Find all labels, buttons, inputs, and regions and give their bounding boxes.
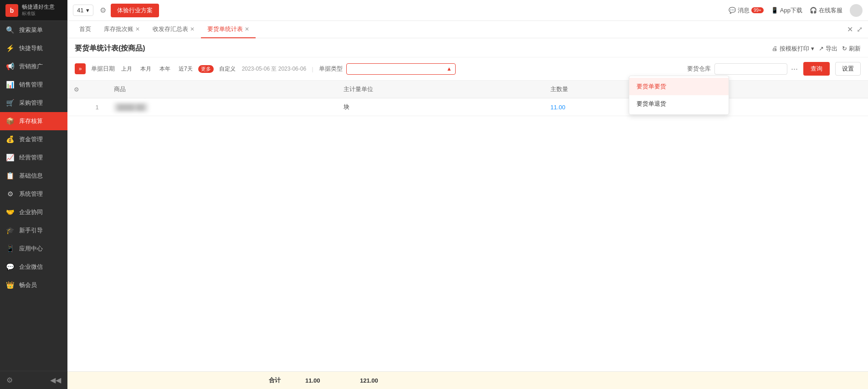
tab-order-stats[interactable]: 要货单统计表 ✕ [201, 21, 256, 38]
message-badge: 99+ [751, 7, 764, 13]
tab-inventory-batch[interactable]: 库存批次账 ✕ [98, 21, 146, 38]
table-body: 1 ████ ██ 块 11.00 121.00 [67, 98, 868, 116]
close-tab-inventory-batch[interactable]: ✕ [135, 26, 140, 32]
sidebar-item-marketing[interactable]: 📢 营销推广 [0, 57, 67, 76]
app-logo-icon: b [5, 4, 18, 17]
basic-icon: 📋 [5, 172, 15, 180]
message-item[interactable]: 💬 消息 99+ [729, 6, 764, 15]
col-unit: 主计量单位 [338, 81, 545, 98]
purchase-icon: 🛒 [5, 99, 15, 107]
inventory-icon: 📦 [5, 117, 15, 125]
filter-expand-btn[interactable]: » [75, 63, 86, 74]
table-head: ⚙ 商品 主计量单位 主数量 零售金额 [67, 81, 868, 98]
settings-icon[interactable]: ⚙ [6, 376, 13, 384]
col-settings[interactable]: ⚙ [67, 81, 86, 98]
row-unit: 块 [338, 98, 545, 116]
type-select-input[interactable] [346, 63, 456, 75]
app-download-icon: 📱 [771, 7, 778, 14]
footer-quantity-total: 11.00 [305, 377, 360, 384]
page-header: 要货单统计表(按商品) 🖨 按模板打印 ▾ ↗ 导出 ↻ 刷新 [67, 38, 868, 57]
shortcut-last-month[interactable]: 上月 [118, 64, 135, 74]
company-num: 41 [77, 7, 83, 14]
tab-close-all-icon[interactable]: ✕ [847, 25, 853, 34]
shortcut-this-month[interactable]: 本月 [138, 64, 154, 74]
shortcut-custom[interactable]: 自定义 [216, 64, 238, 74]
sidebar-item-vip[interactable]: 👑 畅会员 [0, 276, 67, 294]
sidebar-item-inventory[interactable]: 📦 库存核算 [0, 112, 67, 130]
shortcut-this-year[interactable]: 本年 [157, 64, 173, 74]
sidebar-item-sales[interactable]: 📊 销售管理 [0, 76, 67, 94]
wechat-icon: 💬 [5, 263, 15, 271]
sidebar-item-finance[interactable]: 💰 资金管理 [0, 130, 67, 148]
row-num: 1 [86, 98, 108, 116]
warehouse-input[interactable] [714, 63, 787, 75]
sidebar-logo: b 畅捷通好生意 标准版 [0, 0, 67, 21]
industry-button[interactable]: 体验行业方案 [111, 4, 159, 17]
enterprise-icon: 🤝 [5, 208, 15, 216]
tabs-right-actions: ✕ ⤢ [847, 25, 863, 34]
table-footer: 合计 11.00 121.00 [67, 371, 868, 389]
type-filter-section: 单据类型 ▲ 要货单要货 要货单退货 [319, 63, 456, 75]
app-center-icon: 📱 [5, 245, 15, 253]
sidebar-item-basic[interactable]: 📋 基础信息 [0, 167, 67, 185]
sidebar-item-operations[interactable]: 📈 经营管理 [0, 148, 67, 167]
filter-bar: » 单据日期 上月 本月 本年 近7天 更多 自定义 2023-05-06 至 … [67, 57, 868, 81]
sales-icon: 📊 [5, 81, 15, 89]
refresh-btn[interactable]: ↻ 刷新 [842, 45, 861, 53]
query-button[interactable]: 查询 [803, 62, 830, 76]
search-icon: 🔍 [5, 26, 15, 34]
shortcut-7days[interactable]: 近7天 [176, 64, 195, 74]
app-download-item[interactable]: 📱 App下载 [771, 6, 802, 15]
sidebar-bottom: ⚙ ◀◀ [0, 371, 67, 389]
sidebar-item-enterprise[interactable]: 🤝 企业协同 [0, 203, 67, 221]
col-goods: 商品 [108, 81, 338, 98]
message-icon: 💬 [729, 7, 736, 14]
sidebar-item-purchase[interactable]: 🛒 采购管理 [0, 94, 67, 112]
warehouse-filter-section: 要货仓库 ··· [687, 63, 798, 75]
online-service-item[interactable]: 🎧 在线客服 [810, 6, 842, 15]
date-range-text: 2023-05-06 至 2023-06-06 [242, 65, 306, 73]
close-tab-shipment-summary[interactable]: ✕ [190, 26, 195, 32]
close-tab-order-stats[interactable]: ✕ [245, 26, 249, 32]
date-label: 单据日期 [91, 65, 115, 73]
tab-expand-icon[interactable]: ⤢ [857, 25, 863, 34]
type-select-arrow-icon[interactable]: ▲ [447, 66, 452, 72]
sidebar-item-wechat[interactable]: 💬 企业微信 [0, 258, 67, 276]
print-icon: 🖨 [772, 45, 778, 52]
settings-button[interactable]: 设置 [835, 62, 861, 76]
company-selector[interactable]: 41 ▾ [73, 5, 93, 16]
tab-shipment-summary[interactable]: 收发存汇总表 ✕ [146, 21, 201, 38]
export-btn[interactable]: ↗ 导出 [819, 45, 837, 53]
guide-icon: 🎓 [5, 226, 15, 235]
content-area: 要货单统计表(按商品) 🖨 按模板打印 ▾ ↗ 导出 ↻ 刷新 [67, 38, 868, 389]
col-num [86, 81, 108, 98]
shortcut-more[interactable]: 更多 [198, 65, 214, 73]
filter-divider-1: | [312, 66, 313, 72]
refresh-icon: ↻ [842, 45, 847, 52]
collapse-icon[interactable]: ◀◀ [50, 376, 61, 384]
sidebar: b 畅捷通好生意 标准版 🔍 搜索菜单 ⚡ 快捷导航 📢 营销推广 📊 销售管理… [0, 0, 67, 389]
sidebar-item-search[interactable]: 🔍 搜索菜单 [0, 21, 67, 39]
sidebar-item-quick-nav[interactable]: ⚡ 快捷导航 [0, 39, 67, 57]
type-label: 单据类型 [319, 65, 343, 73]
print-template-btn[interactable]: 🖨 按模板打印 ▾ [772, 45, 814, 53]
dropdown-item-order-goods[interactable]: 要货单要货 [629, 78, 729, 95]
row-goods: ████ ██ [108, 98, 338, 116]
sidebar-item-guide[interactable]: 🎓 新手引导 [0, 221, 67, 240]
footer-total-label: 合计 [269, 376, 305, 384]
topbar-right: 💬 消息 99+ 📱 App下载 🎧 在线客服 [729, 4, 863, 17]
type-select-container: ▲ 要货单要货 要货单退货 [346, 63, 456, 75]
operations-icon: 📈 [5, 154, 15, 162]
sidebar-item-app-center[interactable]: 📱 应用中心 [0, 240, 67, 258]
user-avatar[interactable] [850, 4, 863, 17]
topbar-gear-icon[interactable]: ⚙ [100, 6, 106, 15]
dropdown-item-order-return[interactable]: 要货单退货 [629, 95, 729, 113]
sidebar-item-system[interactable]: ⚙ 系统管理 [0, 185, 67, 203]
row-settings-icon [67, 98, 86, 116]
date-filter-section: 单据日期 上月 本月 本年 近7天 更多 自定义 2023-05-06 至 20… [91, 64, 306, 74]
marketing-icon: 📢 [5, 62, 15, 71]
tab-home[interactable]: 首页 [73, 21, 98, 38]
warehouse-more-icon[interactable]: ··· [791, 64, 798, 74]
footer-amount-total: 121.00 [360, 377, 378, 384]
company-dropdown-icon: ▾ [86, 7, 89, 14]
